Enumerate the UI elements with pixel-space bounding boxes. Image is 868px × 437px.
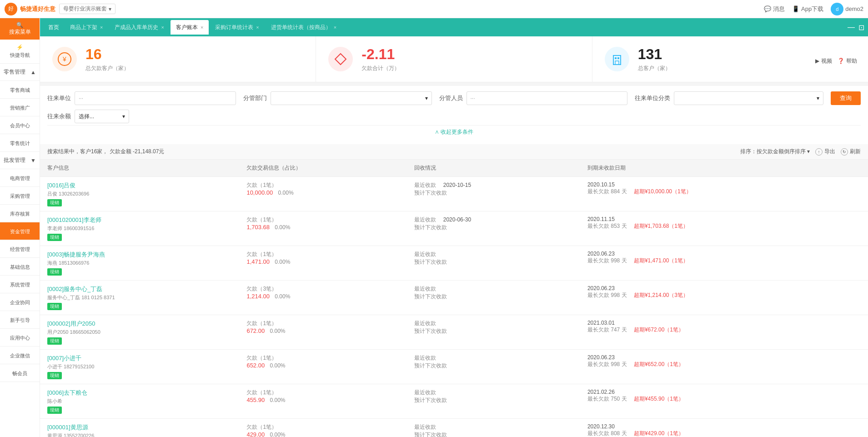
overdue-link-6[interactable]: 超期¥455.90（1笔） [634, 396, 684, 402]
debt-amount-value-3[interactable]: 1,214.00 [246, 293, 270, 300]
message-btn[interactable]: 💬 消息 [764, 5, 785, 13]
debt-amount-value-6[interactable]: 455.90 [246, 397, 265, 403]
debt-amount-value-7[interactable]: 429.00 [246, 431, 265, 437]
sidebar-item-basic-info[interactable]: 基础信息 [0, 258, 40, 276]
debt-desc-0: 欠款（1笔） [246, 181, 400, 189]
tab-expand-btn[interactable]: ⊡ [858, 23, 864, 32]
refresh-label: 刷新 [850, 148, 861, 156]
overdue-date-val-1: 2020.11.15 [587, 216, 861, 222]
result-amount: 欠款金额 -21,148.07元 [110, 148, 165, 155]
export-icon: ↑ [815, 148, 823, 156]
sidebar-item-app-center[interactable]: 应用中心 [0, 329, 40, 347]
overdue-link-0[interactable]: 超期¥10,000.00（1笔） [634, 188, 692, 195]
debt-info-cell-7: 欠款（1笔） 429.00 0.00% [239, 419, 407, 437]
sidebar-item-corp-collab[interactable]: 企业协同 [0, 293, 40, 311]
user-area[interactable]: d demo2 [831, 3, 863, 15]
sidebar-item-quick-nav[interactable]: ⚡ 快捷导航 [0, 40, 40, 64]
query-button[interactable]: 查询 [831, 91, 861, 105]
table-header-row: 客户信息 欠款交易信息（占比） 回收情况 到期未收款日期 [40, 160, 868, 177]
avatar: d [831, 3, 843, 15]
customer-name-4[interactable]: [000002]用户2050 [47, 320, 232, 328]
customer-name-3[interactable]: [0002]服务中心_丁磊 [47, 285, 232, 293]
collapse-bar[interactable]: ∧ 收起更多条件 [47, 125, 861, 139]
data-table: 客户信息 欠款交易信息（占比） 回收情况 到期未收款日期 [0016]吕俊 吕俊… [40, 160, 868, 437]
debt-amount-value-4[interactable]: 672.00 [246, 327, 265, 334]
source-unit-input[interactable]: ··· [75, 91, 236, 105]
filter-area: 往来单位 ··· 分管部门 ▾ 分管人员 [40, 86, 868, 144]
sidebar-item-sys-mgmt[interactable]: 系统管理 [0, 276, 40, 293]
customer-name-2[interactable]: [0003]畅捷服务尹海燕 [47, 251, 232, 259]
stat-icon-1: ¥ [51, 45, 78, 73]
sidebar-item-finance[interactable]: 资金管理 [0, 222, 40, 240]
svg-marker-2 [335, 54, 346, 65]
tab-instock-stat-close[interactable]: × [334, 25, 336, 30]
tab-goods-close[interactable]: × [100, 25, 103, 30]
customer-name-0[interactable]: [0016]吕俊 [47, 181, 232, 190]
overdue-link-7[interactable]: 超期¥429.00（1笔） [634, 430, 684, 437]
last-collect-label-3: 最近收款 [414, 286, 436, 292]
refresh-btn[interactable]: ↻ 刷新 [841, 148, 861, 156]
tab-minimize-btn[interactable]: — [848, 23, 855, 32]
sidebar-item-marketing[interactable]: 营销推广 [0, 99, 40, 116]
overdue-link-5[interactable]: 超期¥652.00（1笔） [634, 361, 684, 367]
debt-amount-5: 652.00 0.00% [246, 362, 400, 369]
debt-amount-value-1[interactable]: 1,703.68 [246, 224, 270, 231]
sidebar-item-retail-mgmt[interactable]: 零售管理 ▲ [0, 64, 40, 81]
debt-amount-value-5[interactable]: 652.00 [246, 362, 265, 369]
sidebar-item-new-guide[interactable]: 新手引导 [0, 311, 40, 329]
branch-person-input[interactable]: ··· [467, 91, 628, 105]
export-btn[interactable]: ↑ 导出 [815, 148, 835, 156]
customer-name-7[interactable]: [000001]黄思源 [47, 423, 232, 432]
help-btn[interactable]: ❓ 帮助 [838, 57, 857, 65]
sidebar-item-purchase-mgmt[interactable]: 采购管理 [0, 187, 40, 205]
overdue-link-4[interactable]: 超期¥672.00（1笔） [634, 326, 684, 333]
tab-production-close[interactable]: × [161, 25, 164, 30]
source-balance-select[interactable]: 选择... ▾ [75, 110, 129, 123]
source-unit-class-select[interactable]: ▾ [674, 91, 823, 105]
sidebar-item-corp-wechat[interactable]: 企业微信 [0, 347, 40, 364]
debt-amount-3: 1,214.00 0.00% [246, 293, 400, 300]
tab-customer-account-close[interactable]: × [201, 25, 203, 30]
tab-customer-account[interactable]: 客户账本 × [171, 20, 209, 35]
customer-name-5[interactable]: [0007]小进千 [47, 354, 232, 362]
app-download-btn[interactable]: 📱 App下载 [792, 5, 823, 13]
tab-purchase-order-close[interactable]: × [256, 25, 259, 30]
sidebar-item-operation[interactable]: 经营管理 [0, 240, 40, 258]
sidebar-item-search-menu[interactable]: 🔍 搜索菜单 [0, 18, 40, 40]
sidebar-item-member-center[interactable]: 会员中心 [0, 116, 40, 134]
tab-production[interactable]: 产成品入库单历史 × [109, 20, 169, 35]
svg-rect-6 [617, 57, 619, 59]
sidebar-item-batch-mgmt[interactable]: 批发管理 ▼ [0, 152, 40, 169]
tab-goods[interactable]: 商品上下架 × [65, 20, 108, 35]
username: demo2 [845, 5, 863, 12]
debt-amount-value-0[interactable]: 10,000.00 [246, 189, 273, 196]
overdue-cell-4: 2021.03.01 最长欠款 747 天 超期¥672.00（1笔） [580, 315, 868, 350]
app-layout: 🔍 搜索菜单 ⚡ 快捷导航 零售管理 ▲ 零售商城 营销推广 会员中心 零售统计… [0, 18, 868, 437]
filter-branch-dept-label: 分管部门 [243, 94, 267, 102]
customer-name-6[interactable]: [0006]去下粮仓 [47, 389, 232, 397]
overdue-cell-5: 2020.06.23 最长欠款 998 天 超期¥652.00（1笔） [580, 350, 868, 384]
table-row: [0003]畅捷服务尹海燕 海燕 18513066976 现销 欠款（1笔） 1… [40, 246, 868, 281]
sidebar-item-vip-member[interactable]: 畅会员 [0, 364, 40, 382]
overdue-link-1[interactable]: 超期¥1,703.68（1笔） [634, 223, 688, 229]
collection-cell-2: 最近收款 预计下次收款 [407, 246, 580, 281]
help-label: 帮助 [846, 57, 857, 65]
tab-home[interactable]: 首页 [44, 24, 64, 31]
sidebar-item-retail-mall[interactable]: 零售商城 [0, 81, 40, 99]
video-btn[interactable]: ▶ 视频 [815, 57, 832, 65]
building-icon [605, 47, 629, 71]
debt-amount-value-2[interactable]: 1,471.00 [246, 258, 270, 265]
company-select[interactable]: 母婴行业演示账套 ▾ [59, 4, 115, 14]
table-row: [0006]去下粮仓 陈小希 现销 欠款（1笔） 455.90 0.00% 最近… [40, 384, 868, 419]
sidebar-item-retail-stat[interactable]: 零售统计 [0, 134, 40, 152]
table-row: [000002]用户2050 用户2050 18665062050 现销 欠款（… [40, 315, 868, 350]
overdue-link-3[interactable]: 超期¥1,214.00（3笔） [634, 292, 688, 298]
sidebar-item-inventory[interactable]: 库存核算 [0, 205, 40, 222]
col-collection-info: 回收情况 [407, 160, 580, 177]
overdue-link-2[interactable]: 超期¥1,471.00（1笔） [634, 257, 688, 264]
tab-purchase-order[interactable]: 采购订单统计表 × [210, 20, 264, 35]
branch-dept-select[interactable]: ▾ [271, 91, 432, 105]
customer-name-1[interactable]: [0001020001]李老师 [47, 216, 232, 224]
tab-instock-stat[interactable]: 进货单统计表（按商品） × [266, 20, 342, 35]
sidebar-item-ecommerce[interactable]: 电商管理 [0, 169, 40, 187]
